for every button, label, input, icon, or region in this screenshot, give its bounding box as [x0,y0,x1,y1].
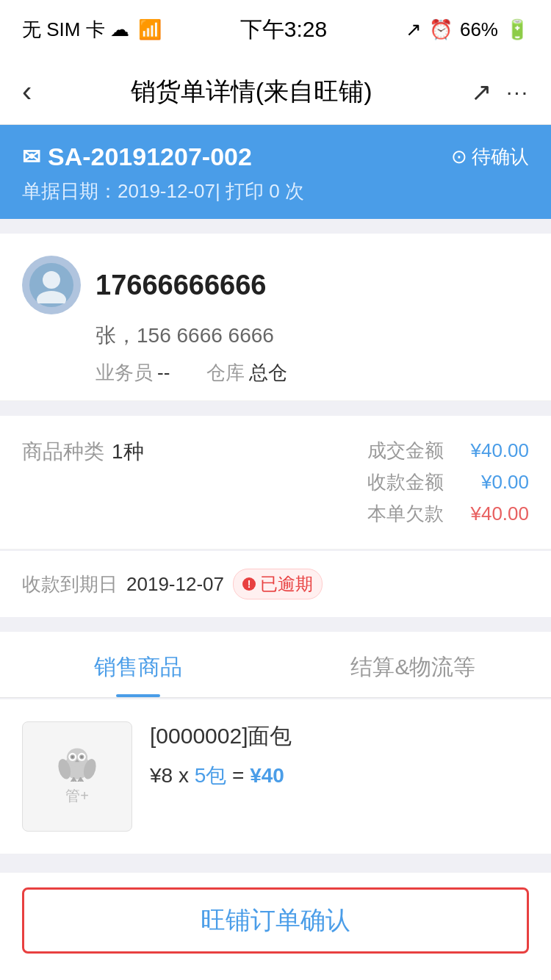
order-status-label: 待确认 [472,144,529,170]
product-price-label: ¥8 x [150,764,195,787]
divider-2 [0,549,551,550]
order-date-value: 2019-12-07 [118,180,215,202]
tab-settlement[interactable]: 结算&物流等 [276,632,551,697]
svg-point-1 [37,291,66,303]
tab-sales-label: 销售商品 [94,655,182,679]
back-button[interactable]: ‹ [22,75,32,108]
amount-value: ¥40.00 [455,439,529,462]
due-value: ¥40.00 [455,502,529,525]
summary-right: 成交金额 ¥40.00 收款金额 ¥0.00 本单欠款 ¥40.00 [367,438,529,527]
wifi-icon: 📶 [138,18,162,41]
battery-icon: 🔋 [505,18,529,41]
product-qty: 5包 [195,764,227,787]
customer-section: 17666666666 张，156 6666 6666 业务员 -- 仓库 总仓 [0,234,551,400]
battery-label: 66% [460,18,498,41]
share-icon[interactable]: ↗ [471,77,491,107]
product-equals: = [226,764,250,787]
order-date-row: 单据日期：2019-12-07| 打印 0 次 [22,179,529,204]
date-label: 单据日期： [22,180,118,202]
received-label: 收款金额 [367,469,444,495]
order-number: SA-20191207-002 [48,143,252,171]
product-price: ¥8 x 5包 = ¥40 [150,762,529,790]
warehouse-value: 总仓 [249,360,287,386]
due-date-section: 收款到期日 2019-12-07 ! 已逾期 [0,551,551,617]
warehouse-label: 仓库 [206,360,245,386]
svg-point-8 [71,756,73,758]
product-type-label: 商品种类 [22,438,104,466]
overdue-badge: ! 已逾期 [233,569,323,599]
received-value: ¥0.00 [455,471,529,494]
nav-right: ↗ ··· [471,77,529,107]
due-date-label: 收款到期日 [22,572,118,597]
location-icon: ↗ [406,18,422,41]
print-unit: 次 [285,180,304,202]
tab-section: 销售商品 结算&物流等 [0,632,551,698]
print-count: 0 [269,180,279,202]
sales-value: -- [157,361,170,384]
print-label: | 打印 [215,180,264,202]
status-bar: 无 SIM 卡 ☁ 📶 下午3:28 ↗ ⏰ 66% 🔋 [0,0,551,59]
status-time: 下午3:28 [240,15,327,45]
summary-section: 商品种类 1种 成交金额 ¥40.00 收款金额 ¥0.00 本单欠款 ¥40.… [0,416,551,549]
product-info: [0000002]面包 ¥8 x 5包 = ¥40 [150,721,529,790]
amount-row-3: 本单欠款 ¥40.00 [367,501,529,527]
svg-point-0 [43,271,60,289]
order-number-row: ✉ SA-20191207-002 [22,143,252,171]
customer-avatar [22,256,81,314]
more-icon[interactable]: ··· [506,79,529,104]
customer-phone: 17666666666 [96,270,266,301]
nav-bar: ‹ 销货单详情(来自旺铺) ↗ ··· [0,59,551,125]
amount-label: 成交金额 [367,438,444,464]
amount-row-1: 成交金额 ¥40.00 [367,438,529,464]
order-header: ✉ SA-20191207-002 ⊙ 待确认 单据日期：2019-12-07|… [0,125,551,219]
due-date-value: 2019-12-07 [126,573,224,596]
svg-point-9 [81,756,83,758]
status-right: ↗ ⏰ 66% 🔋 [406,18,529,41]
customer-meta: 业务员 -- 仓库 总仓 [96,360,529,386]
product-brand-text: 管+ [65,786,89,806]
overdue-dot-icon: ! [242,577,256,591]
product-section: 管+ [0000002]面包 ¥8 x 5包 = ¥40 [0,699,551,854]
divider-1 [0,400,551,401]
due-label: 本单欠款 [367,501,444,527]
sales-label: 业务员 [96,360,153,386]
tab-settlement-label: 结算&物流等 [350,655,475,679]
order-status: ⊙ 待确认 [451,144,529,170]
bottom-bar: 旺铺订单确认 [0,873,551,980]
overdue-label: 已逾期 [260,572,313,596]
order-icon: ✉ [22,144,40,170]
status-left: 无 SIM 卡 ☁ 📶 [22,17,162,43]
product-name: [0000002]面包 [150,721,529,752]
confirm-order-button[interactable]: 旺铺订单确认 [22,887,529,954]
status-clock-icon: ⊙ [451,145,467,168]
product-thumbnail: 管+ [22,721,132,832]
product-total: ¥40 [250,764,284,787]
tab-sales-product[interactable]: 销售商品 [0,632,276,697]
product-type-value: 1种 [112,438,144,466]
alarm-icon: ⏰ [429,18,453,41]
customer-name: 张，156 6666 6666 [96,322,529,350]
page-title: 销货单详情(来自旺铺) [131,75,372,109]
confirm-order-label: 旺铺订单确认 [201,904,350,937]
nav-left: ‹ [22,75,32,108]
no-sim-label: 无 SIM 卡 ☁ [22,17,129,43]
amount-row-2: 收款金额 ¥0.00 [367,469,529,495]
